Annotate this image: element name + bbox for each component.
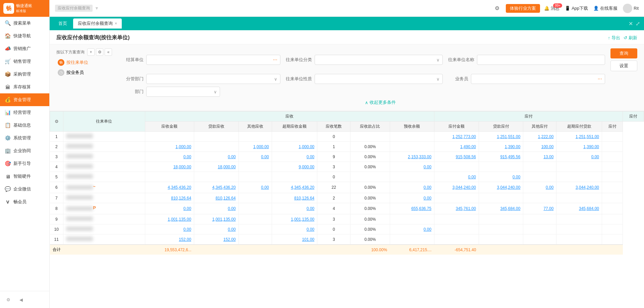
close-all-tabs-button[interactable]: ✕: [629, 20, 633, 27]
set-button[interactable]: 设置: [610, 60, 637, 71]
table-row: 21,000.001,000.001,000.0010.00%1,490.001…: [50, 142, 644, 152]
footer-ap-total: -654,751.40: [434, 245, 479, 255]
export-icon: ↑: [608, 35, 610, 40]
sidebar-item-enterprise[interactable]: 🏢 企业协同: [0, 144, 49, 157]
filter-fields-panel: 结算单位 ··· 往来单位分类 ∨ 往来单位名称: [123, 48, 637, 107]
partner-category-dropdown[interactable]: ∨: [315, 55, 443, 65]
sidebar-item-vip[interactable]: V 畅会员: [0, 195, 49, 208]
user-avatar[interactable]: Rit: [623, 4, 639, 13]
purchase-icon: 📦: [5, 71, 11, 77]
th-ar-count: 应收笔数: [317, 122, 351, 132]
collapse-scheme-button[interactable]: «: [105, 48, 112, 56]
scheme-partner-icon: 畅: [58, 59, 64, 66]
sidebar-item-quick[interactable]: 🏠 快捷导航: [0, 30, 49, 42]
sidebar-item-wechat[interactable]: 💬 企业微信: [0, 183, 49, 195]
inventory-icon: 🏛: [5, 84, 11, 90]
th-partner: 往来单位: [63, 112, 145, 132]
table-row: 30.000.000.000.0090.00%2,153,333.00915,5…: [50, 152, 644, 162]
sidebar-item-purchase[interactable]: 📦 采购管理: [0, 68, 49, 81]
ar-ap-table: ⚙ 往来单位 应收 应付 应付 应收金额 贷款应收 其他应收 超期应收金额 应收…: [50, 111, 644, 255]
enterprise-icon: 🏢: [5, 148, 11, 154]
username-label: Rit: [634, 6, 639, 11]
filter-scheme-row: 按以下方案查询 + ⚙ «: [56, 48, 117, 56]
add-scheme-button[interactable]: +: [87, 48, 95, 56]
filter-row-1: 结算单位 ··· 往来单位分类 ∨ 往来单位名称: [123, 48, 637, 71]
collapse-sidebar-button[interactable]: ◀: [16, 295, 26, 305]
category-chevron-icon: ∨: [436, 57, 440, 62]
salesperson-field: 业务员 ···: [448, 74, 605, 84]
app-download-button[interactable]: 📱 App下载: [565, 5, 588, 11]
sidebar-item-system[interactable]: ⚙️ 系统管理: [0, 132, 49, 144]
sidebar-item-basic[interactable]: 📋 基础信息: [0, 119, 49, 132]
table-settings-icon[interactable]: ⚙: [53, 118, 60, 125]
nature-chevron-icon: ∨: [436, 77, 440, 82]
sidebar: 畅 畅捷通账 标准版 🔍 搜索菜单 🏠 快捷导航 📣 营销推广 🛒 销售管理 📦…: [0, 0, 50, 308]
breadcrumb: 应收应付余额查询 ▼: [55, 5, 488, 12]
th-ap-loan: 贷款应付: [479, 122, 523, 132]
home-icon: 🏠: [5, 33, 11, 39]
settlement-unit-dots: ···: [273, 57, 277, 63]
main-area: 应收应付余额查询 ▼ ⚙ 体验行业方案 🔔 消息 99+ 📱 App下载 👤 在…: [50, 0, 644, 308]
table-row: 418,000.0018,000.009,000.0030.00%0.00: [50, 162, 644, 172]
finance-icon: 💰: [5, 97, 11, 103]
notification-button[interactable]: 🔔 消息 99+: [544, 5, 559, 11]
page-title: 应收应付余额查询(按往来单位): [56, 34, 130, 41]
tab-home[interactable]: 首页: [54, 18, 72, 29]
online-service-button[interactable]: 👤 在线客服: [593, 5, 618, 11]
sidebar-item-inventory[interactable]: 🏛 库存核算: [0, 81, 49, 93]
salesperson-input[interactable]: ···: [471, 74, 605, 84]
department-dropdown[interactable]: ∨: [146, 87, 220, 97]
tab-close-button[interactable]: ×: [115, 21, 117, 26]
footer-label: 合计: [50, 245, 145, 255]
scheme-option-by-staff[interactable]: ◷ 按业务员: [58, 69, 117, 76]
sidebar-item-operations[interactable]: 📊 经营管理: [0, 106, 49, 119]
settlement-unit-input[interactable]: ···: [146, 55, 280, 65]
sidebar-item-hardware[interactable]: 🖥 智能硬件: [0, 170, 49, 183]
settings-bottom-button[interactable]: ⚙: [3, 295, 13, 305]
vip-icon: V: [5, 199, 11, 205]
th-ar-group: 应收: [145, 112, 434, 122]
maximize-button[interactable]: ⤢: [636, 20, 640, 27]
refresh-button[interactable]: ↺ 刷新: [624, 35, 637, 41]
dept-manager-dropdown[interactable]: ∨: [146, 74, 280, 84]
partner-nature-field: 往来单位性质 ∨: [286, 74, 443, 84]
sidebar-item-search[interactable]: 🔍 搜索菜单: [0, 17, 49, 30]
sidebar-item-finance[interactable]: 💰 资金管理: [0, 93, 49, 106]
scheme-option-by-partner[interactable]: 畅 按往来单位: [58, 59, 117, 66]
tabs-right-actions: ✕ ⤢: [629, 20, 640, 27]
sidebar-nav: 🔍 搜索菜单 🏠 快捷导航 📣 营销推广 🛒 销售管理 📦 采购管理 🏛 库存核…: [0, 17, 49, 291]
export-button[interactable]: ↑ 导出: [608, 35, 621, 41]
partner-nature-dropdown[interactable]: ∨: [315, 74, 443, 84]
partner-name-cell: [63, 234, 145, 245]
topbar: 应收应付余额查询 ▼ ⚙ 体验行业方案 🔔 消息 99+ 📱 App下载 👤 在…: [50, 0, 644, 17]
tab-ar-ap[interactable]: 应收应付余额查询 ×: [73, 18, 122, 29]
topbar-gear-button[interactable]: ⚙: [492, 4, 502, 13]
logo-icon: 畅: [3, 3, 14, 14]
sidebar-item-marketing[interactable]: 📣 营销推广: [0, 42, 49, 55]
bell-icon: 🔔: [544, 6, 549, 11]
sidebar-item-guide[interactable]: 🎯 新手引导: [0, 157, 49, 170]
collapse-more-button[interactable]: ∧ 收起更多条件: [365, 99, 396, 105]
page-actions: ↑ 导出 ↺ 刷新: [608, 35, 638, 41]
sidebar-item-sales[interactable]: 🛒 销售管理: [0, 55, 49, 68]
tab-bar: 首页 应收应付余额查询 × ✕ ⤢: [50, 17, 644, 30]
breadcrumb-path: 应收应付余额查询: [55, 5, 93, 12]
promo-button[interactable]: 体验行业方案: [506, 4, 540, 13]
scheme-options-list: 畅 按往来单位 ◷ 按业务员: [58, 59, 117, 76]
filter-area: 按以下方案查询 + ⚙ « 畅 按往来单位 ◷: [50, 44, 644, 111]
filter-row-3: 部门 ∨: [123, 87, 637, 97]
salesperson-dots: ···: [598, 76, 602, 82]
filter-action-buttons: 查询 设置: [610, 48, 637, 71]
notif-badge: 99+: [553, 3, 562, 8]
th-ar-amount: 应收金额: [145, 122, 194, 132]
partner-name-input[interactable]: [477, 55, 605, 65]
filter-scheme-panel: 按以下方案查询 + ⚙ « 畅 按往来单位 ◷: [56, 48, 117, 76]
filter-row-2: 分管部门 ∨ 往来单位性质 ∨ 业务员: [123, 74, 637, 84]
table-area: ⚙ 往来单位 应收 应付 应付 应收金额 贷款应收 其他应收 超期应收金额 应收…: [50, 111, 644, 308]
partner-name-cell: [63, 162, 145, 172]
basic-icon: 📋: [5, 122, 11, 128]
partner-name-cell: [63, 142, 145, 152]
edit-scheme-button[interactable]: ⚙: [96, 48, 103, 56]
guide-icon: 🎯: [5, 161, 11, 167]
query-button[interactable]: 查询: [610, 48, 637, 58]
